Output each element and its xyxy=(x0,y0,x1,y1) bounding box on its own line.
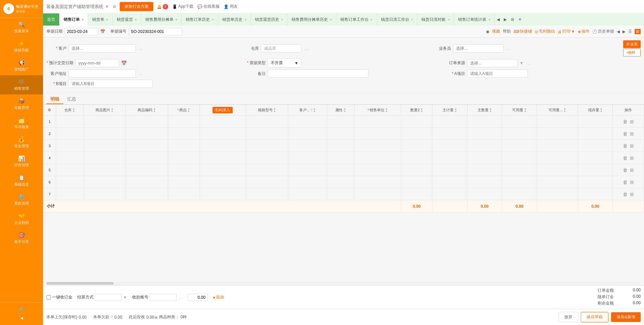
row-2-qty2[interactable] xyxy=(401,128,432,140)
tab-detail[interactable]: 明细 xyxy=(46,95,63,104)
tab-expense-history[interactable]: 销售费用分摊单历史 × xyxy=(288,13,336,26)
row-5-code[interactable] xyxy=(126,164,168,176)
tab-close-icon[interactable]: × xyxy=(106,18,108,22)
row-3-stock[interactable] xyxy=(578,140,613,152)
settings-btn[interactable]: ⚙ 设置 xyxy=(623,40,641,48)
sidebar-item-newbie[interactable]: 🎯 新手引导 xyxy=(0,229,43,248)
view-grid-icon[interactable]: ⊞ xyxy=(635,29,641,34)
row-4-available2[interactable] xyxy=(537,152,578,164)
scrollbar-thumb[interactable] xyxy=(46,282,114,285)
row-7-product[interactable] xyxy=(168,188,199,200)
address-dots-btn[interactable]: ... xyxy=(139,71,143,76)
copy-btn-1[interactable]: ⊞ xyxy=(629,118,635,125)
order-source-dots-btn[interactable]: ... xyxy=(527,61,530,66)
row-2-attribute[interactable] xyxy=(327,128,354,140)
row-2-product[interactable] xyxy=(168,128,199,140)
row-1-available2[interactable] xyxy=(537,116,578,128)
row-3-customer-code[interactable] xyxy=(288,140,327,152)
sidebar-item-quicknav[interactable]: ⚡ 快捷导航 xyxy=(0,37,43,56)
discard-btn[interactable]: 放弃 xyxy=(559,312,578,322)
tab-close-all-btn[interactable]: ✕ xyxy=(516,13,524,26)
row-4-attribute[interactable] xyxy=(327,152,354,164)
row-6-unit[interactable] xyxy=(354,176,401,188)
row-6-spec[interactable] xyxy=(246,176,288,188)
row-3-image[interactable] xyxy=(83,140,126,152)
row-7-qty2[interactable] xyxy=(401,188,432,200)
tab-sales-goods[interactable]: 销货单 × xyxy=(88,13,113,26)
add-payment-btn[interactable]: ● 添加 xyxy=(213,294,224,300)
row-6-product[interactable] xyxy=(168,176,199,188)
row-5-customer-code[interactable] xyxy=(288,164,327,176)
tab-return-history[interactable]: 销货退货历史 × xyxy=(251,13,288,26)
app-download-btn[interactable]: 📱 App下载 xyxy=(172,4,193,9)
row-3-unit[interactable] xyxy=(354,140,401,152)
row-1-spec[interactable] xyxy=(246,116,288,128)
sidebar-item-purchase[interactable]: 📦 采购管理 xyxy=(0,94,43,114)
tab-close-icon[interactable]: × xyxy=(448,18,450,22)
row-2-warehouse[interactable] xyxy=(56,128,83,140)
row-7-attribute[interactable] xyxy=(327,188,354,200)
sidebar-item-enterprise[interactable]: 🤝 企业协同 xyxy=(0,209,43,229)
row-6-main-qty[interactable] xyxy=(467,176,502,188)
row-6-attribute[interactable] xyxy=(327,176,354,188)
table-wrapper[interactable]: ⚙ 仓库 ▲▼ 商品图片 xyxy=(43,105,644,281)
row-7-code[interactable] xyxy=(126,188,168,200)
scan-btn[interactable]: 扫码录入 xyxy=(213,107,233,113)
date-input[interactable] xyxy=(65,28,98,35)
row-4-stock[interactable] xyxy=(578,152,613,164)
copy-btn-5[interactable]: ⊞ xyxy=(629,167,635,173)
note-input[interactable] xyxy=(268,70,369,78)
row-7-customer-code[interactable] xyxy=(288,188,327,200)
row-6-warehouse[interactable] xyxy=(56,176,83,188)
row-7-unit[interactable] xyxy=(354,188,401,200)
profit-btn[interactable]: ◎ 毛利预估 xyxy=(535,29,555,34)
tab-close-icon[interactable]: × xyxy=(281,18,283,22)
copy-btn-4[interactable]: ⊞ xyxy=(629,155,635,161)
row-4-customer-code[interactable] xyxy=(288,152,327,164)
row-3-spec[interactable] xyxy=(246,140,288,152)
row-3-main-qty[interactable] xyxy=(467,140,502,152)
row-5-attribute[interactable] xyxy=(327,164,354,176)
row-3-main-unit[interactable] xyxy=(432,140,467,152)
add-material-btn[interactable]: +物料 xyxy=(623,49,641,56)
row-1-product[interactable] xyxy=(168,116,199,128)
nav-prev-icon[interactable]: ◀ xyxy=(617,29,620,34)
a-project-input[interactable] xyxy=(467,70,528,78)
tab-close-icon[interactable]: × xyxy=(330,18,332,22)
tab-close-icon[interactable]: × xyxy=(82,18,84,22)
row-3-available[interactable] xyxy=(502,140,537,152)
delivery-date-input[interactable] xyxy=(75,59,119,67)
row-5-warehouse[interactable] xyxy=(56,164,83,176)
shortcut-btn[interactable]: ⌨ 快捷键 xyxy=(514,29,532,34)
order-source-input[interactable] xyxy=(467,59,518,67)
one-click-checkbox-input[interactable] xyxy=(46,295,51,299)
row-7-available2[interactable] xyxy=(537,188,578,200)
row-5-available[interactable] xyxy=(502,164,537,176)
row-5-image[interactable] xyxy=(83,164,126,176)
tab-reconcile[interactable]: 钱货日清对账 × xyxy=(417,13,454,26)
row-6-main-unit[interactable] xyxy=(432,176,467,188)
row-3-product[interactable] xyxy=(168,140,199,152)
row-2-available2[interactable] xyxy=(537,128,578,140)
tab-summary[interactable]: 汇总 xyxy=(63,95,80,104)
row-1-warehouse[interactable] xyxy=(56,116,83,128)
tab-close-icon[interactable]: × xyxy=(176,18,178,22)
row-1-available[interactable] xyxy=(502,116,537,128)
row-1-stock[interactable] xyxy=(578,116,613,128)
tab-close-icon[interactable]: × xyxy=(244,18,247,22)
copy-btn-6[interactable]: ⊞ xyxy=(629,179,635,186)
calendar-icon[interactable]: 📅 xyxy=(100,29,105,34)
row-1-unit[interactable] xyxy=(354,116,401,128)
copy-btn-3[interactable]: ⊞ xyxy=(629,143,635,149)
row-1-main-unit[interactable] xyxy=(432,116,467,128)
salesperson-input[interactable] xyxy=(453,44,503,52)
operation-btn[interactable]: ◈ 操作 xyxy=(578,29,590,34)
tab-sales-return[interactable]: 销货退货 × xyxy=(113,13,141,26)
row-7-main-unit[interactable] xyxy=(432,188,467,200)
delete-btn-4[interactable]: 🗑 xyxy=(622,155,628,161)
help-btn[interactable]: 帮助 xyxy=(503,29,511,34)
history-btn[interactable]: 🕐 历史单据 xyxy=(592,29,614,34)
row-7-image[interactable] xyxy=(83,188,126,200)
row-4-warehouse[interactable] xyxy=(56,152,83,164)
row-3-warehouse[interactable] xyxy=(56,140,83,152)
